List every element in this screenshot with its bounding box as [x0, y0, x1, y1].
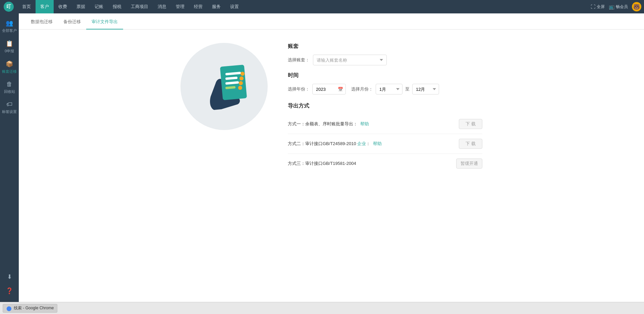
month-to-select[interactable]: 1月 2月 3月 4月 5月 6月 7月 8月 9月 10月 11月	[412, 84, 439, 95]
sidebar-label-recycle: 回收站	[4, 89, 15, 94]
tab-backup-migration[interactable]: 备份迁移	[58, 15, 86, 29]
fullscreen-label: 全屏	[597, 4, 605, 10]
form-area: 账套 选择账套： 请输入账套名称 时间 选择年份：	[288, 43, 482, 173]
tab-audit-export[interactable]: 审计文件导出	[86, 15, 123, 29]
logo[interactable]: 叮	[3, 1, 15, 13]
method-1-label: 方式一：余额表、序时账批量导出：	[288, 121, 358, 126]
time-row: 选择年份： 📅 选择月份： 1月 2月 3月 4月 5	[288, 84, 482, 95]
content-inner: 账套 选择账套： 请输入账套名称 时间 选择年份：	[180, 43, 482, 173]
all-customers-icon: 👥	[6, 19, 13, 27]
export-section-title: 导出方式	[288, 103, 482, 110]
nav-business[interactable]: 工商项目	[126, 0, 153, 13]
taskbar: ⬤ 线索 - Google Chrome	[0, 302, 644, 314]
nav-operation[interactable]: 经营	[189, 0, 207, 13]
chrome-icon: ⬤	[6, 306, 12, 311]
sidebar-item-recycle[interactable]: 🗑 回收站	[0, 77, 19, 98]
sidebar-help[interactable]: ❓	[0, 284, 19, 298]
year-input-wrap: 📅	[312, 84, 346, 95]
nav-tax[interactable]: 报税	[108, 0, 126, 13]
method-3-label: 方式三：审计接口GB/T19581-2004	[288, 161, 356, 166]
logo-circle: 叮	[4, 2, 14, 12]
sidebar-bottom: ⬇ ❓	[0, 270, 19, 302]
svg-point-7	[239, 81, 243, 85]
illustration	[180, 43, 268, 130]
zero-declaration-icon: 📋	[6, 40, 13, 47]
method-1-help-link[interactable]: 帮助	[360, 121, 369, 126]
account-select[interactable]: 请输入账套名称	[313, 55, 387, 65]
avatar[interactable]: 🐻	[632, 2, 641, 11]
top-nav: 叮 首页 客户 收费 票据 记账 报税 工商项目 消息 管理 经营 服务 设置 …	[0, 0, 644, 13]
method-2-company-link[interactable]: 企业	[357, 141, 366, 146]
member-button[interactable]: 📺 畅会员	[609, 4, 628, 10]
taskbar-chrome[interactable]: ⬤ 线索 - Google Chrome	[3, 304, 57, 313]
nav-settings[interactable]: 设置	[225, 0, 244, 13]
method-2-text: 方式二：审计接口GB/T24589-2010 企业： 帮助	[288, 141, 382, 147]
sidebar-item-zero-declaration[interactable]: 📋 0申报	[0, 37, 19, 57]
time-section: 时间 选择年份： 📅 选择月份： 1月 2月 3月	[288, 72, 482, 95]
method-2-download-button[interactable]: 下 载	[459, 139, 482, 149]
method-2-help-link[interactable]: 帮助	[373, 141, 382, 146]
svg-point-8	[238, 86, 242, 90]
nav-right: ⛶ 全屏 📺 畅会员 🐻	[591, 2, 641, 11]
illustration-svg	[197, 56, 251, 117]
content-area: 数据包迁移 备份迁移 审计文件导出	[19, 13, 644, 302]
year-input[interactable]	[312, 84, 346, 95]
account-section-title: 账套	[288, 43, 482, 50]
method-2-label: 方式二：审计接口GB/T24589-2010	[288, 141, 356, 146]
account-migration-icon: 📦	[6, 60, 13, 68]
fullscreen-button[interactable]: ⛶ 全屏	[591, 4, 605, 10]
sidebar-download[interactable]: ⬇	[0, 270, 19, 284]
export-method-3: 方式三：审计接口GB/T19581-2004 暂缓开通	[288, 154, 482, 173]
month-from-select[interactable]: 1月 2月 3月 4月 5月 6月 7月 8月 9月 10月 11月	[376, 84, 402, 95]
time-section-title: 时间	[288, 72, 482, 79]
method-1-text: 方式一：余额表、序时账批量导出： 帮助	[288, 121, 369, 127]
member-label: 畅会员	[616, 4, 628, 10]
nav-invoice[interactable]: 票据	[72, 0, 90, 13]
sidebar-item-tag-settings[interactable]: 🏷 标签设置	[0, 98, 19, 118]
nav-message[interactable]: 消息	[153, 0, 171, 13]
fullscreen-icon: ⛶	[591, 4, 595, 9]
method-1-download-button[interactable]: 下 载	[459, 119, 482, 129]
tv-icon: 📺	[609, 4, 614, 9]
sidebar: 👥 全部客户 📋 0申报 📦 账套迁移 🗑 回收站 🏷 标签设置 ⬇ ❓	[0, 13, 19, 302]
export-method-1: 方式一：余额表、序时账批量导出： 帮助 下 载	[288, 114, 482, 134]
sidebar-item-all-customers[interactable]: 👥 全部客户	[0, 16, 19, 37]
sidebar-item-account-migration[interactable]: 📦 账套迁移	[0, 57, 19, 77]
tab-bar: 数据包迁移 备份迁移 审计文件导出	[19, 13, 644, 29]
nav-fee[interactable]: 收费	[54, 0, 72, 13]
nav-customer[interactable]: 客户	[36, 0, 54, 13]
main-content: 账套 选择账套： 请输入账套名称 时间 选择年份：	[19, 29, 644, 302]
export-section: 导出方式 方式一：余额表、序时账批量导出： 帮助 下 载	[288, 103, 482, 173]
recycle-icon: 🗑	[6, 81, 12, 88]
nav-items: 首页 客户 收费 票据 记账 报税 工商项目 消息 管理 经营 服务 设置	[17, 0, 244, 13]
sidebar-label-tag-settings: 标签设置	[2, 109, 17, 114]
sidebar-label-zero-declaration: 0申报	[5, 49, 14, 54]
nav-home[interactable]: 首页	[17, 0, 36, 13]
svg-point-5	[240, 72, 245, 76]
tab-data-migration[interactable]: 数据包迁移	[25, 15, 58, 29]
account-label: 选择账套：	[288, 57, 310, 63]
main-layout: 👥 全部客户 📋 0申报 📦 账套迁移 🗑 回收站 🏷 标签设置 ⬇ ❓	[0, 13, 644, 302]
nav-bookkeeping[interactable]: 记账	[90, 0, 108, 13]
sidebar-label-account-migration: 账套迁移	[2, 69, 17, 74]
to-separator: 至	[405, 86, 410, 92]
year-label: 选择年份：	[288, 86, 310, 92]
help-icon: ❓	[6, 287, 13, 295]
account-form-row: 选择账套： 请输入账套名称	[288, 55, 482, 65]
nav-service[interactable]: 服务	[207, 0, 225, 13]
account-select-wrap: 请输入账套名称	[313, 55, 387, 65]
month-label: 选择月份：	[351, 86, 373, 92]
method-3-text: 方式三：审计接口GB/T19581-2004	[288, 161, 356, 167]
method-3-open-button[interactable]: 暂缓开通	[456, 159, 482, 169]
svg-point-6	[239, 76, 244, 80]
export-method-2: 方式二：审计接口GB/T24589-2010 企业： 帮助 下 载	[288, 134, 482, 154]
download-icon: ⬇	[7, 273, 12, 280]
sidebar-label-all-customers: 全部客户	[2, 28, 17, 33]
taskbar-chrome-label: 线索 - Google Chrome	[14, 305, 54, 311]
tag-settings-icon: 🏷	[6, 101, 12, 108]
nav-manage[interactable]: 管理	[171, 0, 189, 13]
